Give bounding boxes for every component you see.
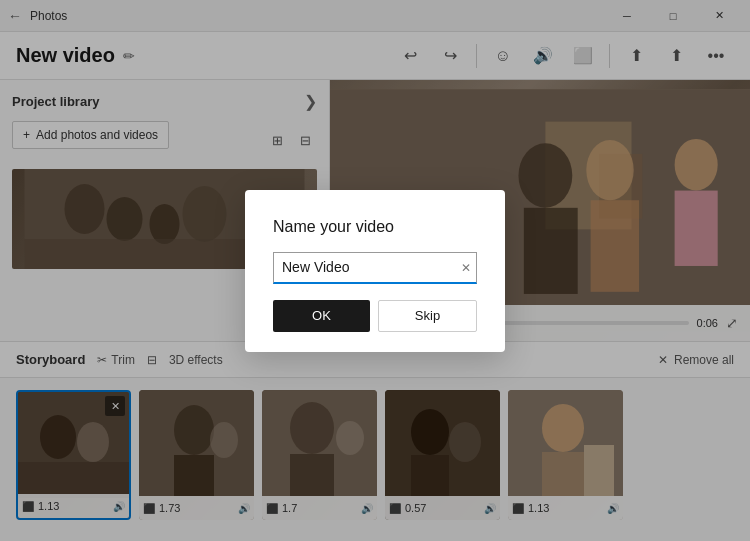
clear-input-icon[interactable]: ✕ — [461, 261, 471, 275]
dialog-input-wrap: ✕ — [273, 252, 477, 284]
dialog-title: Name your video — [273, 218, 477, 236]
dialog: Name your video ✕ OK Skip — [245, 190, 505, 352]
ok-button[interactable]: OK — [273, 300, 370, 332]
dialog-overlay: Name your video ✕ OK Skip — [0, 0, 750, 541]
skip-button[interactable]: Skip — [378, 300, 477, 332]
dialog-buttons: OK Skip — [273, 300, 477, 332]
video-name-input[interactable] — [273, 252, 477, 284]
